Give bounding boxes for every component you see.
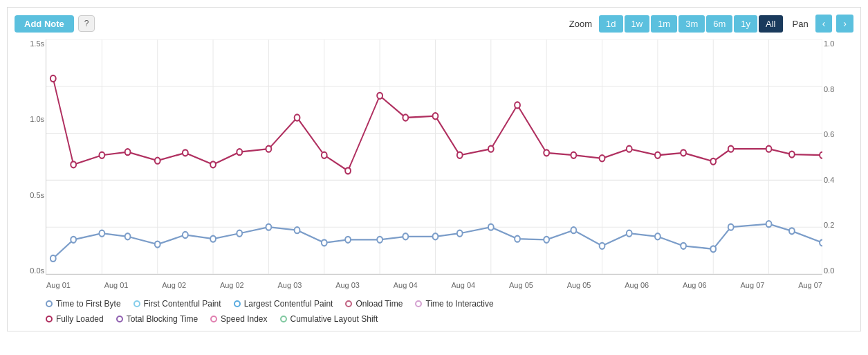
fcp-dot bbox=[133, 300, 140, 307]
y-right-label-1: 0.8 bbox=[824, 85, 847, 93]
svg-point-30 bbox=[322, 152, 327, 158]
zoom-1d-button[interactable]: 1d bbox=[599, 15, 622, 33]
help-button[interactable]: ? bbox=[78, 15, 95, 32]
x-label-11: Aug 06 bbox=[683, 281, 707, 289]
svg-point-42 bbox=[655, 152, 661, 158]
svg-point-52 bbox=[125, 233, 131, 239]
cls-dot bbox=[280, 316, 287, 322]
y-right-label-0: 1.0 bbox=[824, 39, 847, 48]
svg-point-59 bbox=[322, 239, 327, 246]
svg-point-57 bbox=[266, 224, 271, 230]
toolbar: Add Note ? Zoom 1d 1w 1m 3m 6m 1y All Pa… bbox=[15, 15, 853, 33]
svg-point-28 bbox=[266, 146, 271, 152]
x-label-8: Aug 05 bbox=[509, 281, 533, 289]
tbt-dot bbox=[116, 316, 123, 322]
chart-svg bbox=[46, 39, 822, 274]
svg-point-20 bbox=[50, 75, 56, 82]
legend-onload: Onload Time bbox=[345, 299, 403, 309]
x-axis: Aug 01 Aug 01 Aug 02 Aug 02 Aug 03 Aug 0… bbox=[46, 281, 822, 289]
svg-point-49 bbox=[50, 255, 56, 262]
svg-point-56 bbox=[237, 230, 242, 237]
svg-point-33 bbox=[403, 114, 408, 120]
tti-label: Time to Interactive bbox=[425, 299, 493, 309]
x-label-3: Aug 02 bbox=[220, 281, 244, 289]
svg-point-25 bbox=[183, 149, 188, 156]
svg-point-70 bbox=[627, 230, 632, 237]
ttfb-dot bbox=[46, 300, 53, 307]
legend-cls: Cumulative Layout Shift bbox=[280, 314, 378, 324]
svg-point-35 bbox=[457, 152, 463, 158]
x-label-0: Aug 01 bbox=[46, 281, 71, 289]
x-label-2: Aug 02 bbox=[162, 281, 186, 289]
svg-point-76 bbox=[789, 228, 795, 234]
svg-point-74 bbox=[728, 224, 734, 230]
y-right-label-2: 0.6 bbox=[824, 130, 847, 138]
fully-loaded-label: Fully Loaded bbox=[56, 314, 104, 324]
zoom-group: 1d 1w 1m 3m 6m 1y All bbox=[599, 15, 782, 33]
lcp-dot bbox=[234, 300, 241, 307]
legend-tbt: Total Blocking Time bbox=[116, 314, 198, 324]
x-label-12: Aug 07 bbox=[741, 281, 765, 289]
svg-point-47 bbox=[789, 152, 795, 158]
legend-speed-index: Speed Index bbox=[210, 314, 267, 324]
svg-point-32 bbox=[377, 93, 382, 99]
y-right-label-3: 0.4 bbox=[824, 176, 847, 184]
svg-point-46 bbox=[766, 146, 772, 152]
x-label-10: Aug 06 bbox=[625, 281, 649, 289]
onload-label: Onload Time bbox=[355, 299, 403, 309]
svg-point-73 bbox=[710, 246, 716, 252]
lcp-label: Largest Contentful Paint bbox=[244, 299, 333, 309]
y-left-label-2: 0.5s bbox=[19, 191, 44, 199]
x-label-4: Aug 03 bbox=[278, 281, 302, 289]
pan-left-button[interactable]: ‹ bbox=[815, 15, 833, 33]
cls-label: Cumulative Layout Shift bbox=[290, 314, 378, 324]
add-note-button[interactable]: Add Note bbox=[15, 15, 74, 33]
svg-point-77 bbox=[820, 239, 822, 246]
fully-loaded-dot bbox=[46, 316, 53, 322]
svg-point-31 bbox=[345, 167, 351, 174]
svg-point-36 bbox=[488, 146, 494, 152]
chart-container: Add Note ? Zoom 1d 1w 1m 3m 6m 1y All Pa… bbox=[7, 7, 861, 331]
svg-point-23 bbox=[125, 149, 131, 155]
svg-point-21 bbox=[71, 161, 76, 167]
ttfb-line bbox=[53, 224, 822, 259]
zoom-label: Zoom bbox=[569, 19, 592, 29]
svg-point-69 bbox=[600, 243, 605, 249]
zoom-1m-button[interactable]: 1m bbox=[651, 15, 677, 33]
svg-point-34 bbox=[433, 113, 438, 119]
svg-point-44 bbox=[710, 158, 716, 165]
legend-ttfb: Time to First Byte bbox=[46, 299, 121, 309]
zoom-1y-button[interactable]: 1y bbox=[734, 15, 757, 33]
pan-right-button[interactable]: › bbox=[836, 15, 853, 33]
y-left-label-1: 1.0s bbox=[19, 115, 44, 123]
x-label-7: Aug 04 bbox=[451, 281, 475, 289]
svg-point-27 bbox=[237, 149, 242, 155]
svg-point-22 bbox=[99, 152, 104, 158]
x-label-13: Aug 07 bbox=[798, 281, 822, 289]
svg-point-29 bbox=[295, 114, 300, 120]
svg-point-60 bbox=[345, 237, 351, 243]
y-axis-left: 1.5s 1.0s 0.5s 0.0s bbox=[19, 39, 44, 275]
zoom-3m-button[interactable]: 3m bbox=[678, 15, 705, 33]
svg-point-75 bbox=[766, 221, 772, 227]
svg-point-65 bbox=[488, 224, 494, 230]
zoom-all-button[interactable]: All bbox=[759, 15, 782, 33]
svg-point-50 bbox=[71, 237, 76, 243]
svg-point-41 bbox=[627, 146, 632, 152]
y-left-label-0: 1.5s bbox=[19, 39, 44, 48]
x-label-6: Aug 04 bbox=[394, 281, 418, 289]
svg-point-26 bbox=[210, 161, 216, 167]
legend-tti: Time to Interactive bbox=[415, 299, 493, 309]
svg-point-24 bbox=[155, 158, 160, 164]
svg-point-71 bbox=[655, 233, 661, 239]
svg-point-61 bbox=[377, 237, 382, 243]
svg-point-62 bbox=[403, 233, 408, 239]
zoom-1w-button[interactable]: 1w bbox=[625, 15, 650, 33]
y-left-label-3: 0.0s bbox=[19, 266, 44, 275]
svg-point-51 bbox=[99, 230, 104, 237]
svg-point-48 bbox=[820, 152, 822, 158]
svg-point-40 bbox=[600, 155, 605, 161]
svg-point-72 bbox=[681, 243, 686, 249]
x-label-9: Aug 05 bbox=[567, 281, 591, 289]
zoom-6m-button[interactable]: 6m bbox=[706, 15, 732, 33]
